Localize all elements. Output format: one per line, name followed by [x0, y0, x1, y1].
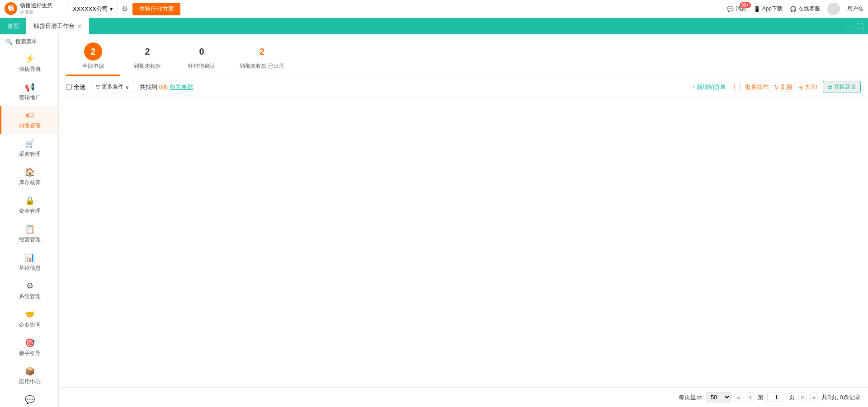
main-layout: 🔍 搜索菜单 ⚡ 快捷导航 📢 营销推广 🏷 销售管理 🛒 采购管理 🏠 库存核… [0, 34, 868, 407]
sidebar-item-capital[interactable]: 🔒 资金管理 [0, 191, 58, 220]
basic-info-label: 基础信息 [19, 264, 41, 272]
tab-minimize-icon[interactable]: — [846, 23, 853, 30]
logo-sub: 标准版 [20, 9, 52, 15]
app-center-label: 应用中心 [19, 378, 41, 386]
operation-icon: 📋 [25, 224, 35, 234]
sidebar-item-weixin[interactable]: 💬 企业微信 [0, 390, 58, 407]
switch-label: 切换新版 [834, 83, 856, 91]
sidebar-item-sales[interactable]: 🏷 销售管理 [0, 106, 58, 134]
tab-home-label: 首页 [7, 22, 19, 30]
app-center-icon: 📦 [25, 366, 35, 376]
message-badge: 99+ [740, 2, 751, 8]
company-selector[interactable]: XXXXXX公司 ▾ [68, 3, 118, 15]
switch-icon: ⇄ [828, 84, 832, 90]
found-count: 0条 [159, 84, 168, 90]
first-page-button[interactable]: « [735, 393, 742, 402]
app-download-button[interactable]: 📱 App下载 [754, 5, 783, 13]
sidebar-item-basic-info[interactable]: 📊 基础信息 [0, 248, 58, 276]
batch-operation-button[interactable]: ⋮⋮ 批量操作 [731, 83, 769, 91]
filter-button[interactable]: ▽ 更多条件 ∨ [91, 81, 134, 93]
tab-home[interactable]: 首页 [0, 18, 26, 34]
switch-version-button[interactable]: ⇄ 切换新版 [823, 81, 861, 93]
print-label: 打印 [806, 83, 817, 91]
sidebar-item-quick-nav[interactable]: ⚡ 快捷导航 [0, 49, 58, 78]
stat-all-number: 2 [84, 42, 102, 61]
print-icon: 🖨 [798, 84, 804, 90]
sidebar-item-guide[interactable]: 🎯 新手引导 [0, 333, 58, 362]
sidebar-item-marketing[interactable]: 📢 营销推广 [0, 78, 58, 106]
inventory-icon: 🏠 [25, 167, 35, 177]
content-area: 2 全部单据 2 到期未收款 0 旺铺待确认 2 到期未收款 已出库 全选 [59, 34, 868, 407]
tab-workbench[interactable]: 钱货日清工作台 ✕ [26, 18, 89, 34]
filter-icon: ▽ [96, 84, 100, 90]
guide-icon: 🎯 [25, 338, 35, 348]
tab-workbench-label: 钱货日清工作台 [33, 22, 75, 30]
avatar[interactable] [827, 3, 840, 15]
chevron-down-icon: ▾ [110, 5, 113, 12]
stat-tab-not-shipped[interactable]: 2 到期未收款 已出库 [229, 39, 295, 76]
filter-label: 更多条件 [102, 83, 123, 91]
found-text: 共找到 0条 相关单据 [140, 83, 193, 91]
batch-label: 批量操作 [745, 83, 769, 91]
trial-button[interactable]: 体验行业方案 [132, 3, 180, 15]
refresh-button[interactable]: ↻ 刷新 [774, 83, 793, 91]
tab-bar-actions: — ⛶ [842, 18, 868, 34]
page-prefix: 第 [758, 393, 764, 402]
sidebar: 🔍 搜索菜单 ⚡ 快捷导航 📢 营销推广 🏷 销售管理 🛒 采购管理 🏠 库存核… [0, 34, 59, 407]
sales-icon: 🏷 [26, 111, 34, 120]
stat-tab-pending[interactable]: 0 旺铺待确认 [175, 39, 229, 76]
quick-nav-icon: ⚡ [25, 54, 35, 64]
purchase-icon: 🛒 [25, 139, 35, 149]
user-name: 用户名 [847, 5, 863, 13]
select-all-input[interactable] [66, 84, 72, 90]
stat-not-shipped-number: 2 [253, 42, 271, 61]
page-size-label: 每页显示 [679, 393, 702, 402]
page-suffix: 页 [789, 393, 795, 402]
marketing-icon: 📢 [25, 82, 35, 92]
operation-label: 经营管理 [19, 236, 41, 243]
sidebar-item-operation[interactable]: 📋 经营管理 [0, 220, 58, 248]
stat-pending-number: 0 [193, 42, 211, 61]
logo-area: 畅 畅捷通好生意 标准版 [5, 2, 63, 15]
page-number-input[interactable] [767, 393, 785, 402]
marketing-label: 营销推广 [19, 94, 41, 102]
pagination-bar: 每页显示 50 100 200 « < 第 页 > » 共0页, 0条记录 [59, 387, 868, 407]
prev-page-button[interactable]: < [746, 393, 754, 402]
tab-close-icon[interactable]: ✕ [77, 23, 82, 29]
stat-tab-all[interactable]: 2 全部单据 [66, 39, 120, 76]
sidebar-item-app-center[interactable]: 📦 应用中心 [0, 362, 58, 390]
sidebar-item-purchase[interactable]: 🛒 采购管理 [0, 134, 58, 163]
guide-label: 新手引导 [19, 350, 41, 357]
search-icon: 🔍 [6, 39, 13, 45]
toolbar-right: + 新增销货单 ⋮⋮ 批量操作 ↻ 刷新 🖨 打印 ⇄ 切换新版 [692, 81, 861, 93]
message-icon: 💬 [727, 6, 734, 12]
select-all-checkbox[interactable]: 全选 [66, 83, 85, 91]
stat-all-label: 全部单据 [82, 62, 104, 70]
stats-tabs: 2 全部单据 2 到期未收款 0 旺铺待确认 2 到期未收款 已出库 [59, 34, 868, 76]
stat-tab-overdue[interactable]: 2 到期未收款 [120, 39, 175, 76]
stat-overdue-label: 到期未收款 [134, 62, 161, 70]
message-button[interactable]: 💬 消息 99+ [727, 5, 746, 13]
tab-bar: 首页 钱货日清工作台 ✕ — ⛶ [0, 18, 868, 34]
stat-pending-label: 旺铺待确认 [188, 62, 215, 70]
enterprise-icon: 🤝 [25, 309, 35, 319]
sidebar-item-sys-mgmt[interactable]: ⚙ 系统管理 [0, 276, 58, 305]
sidebar-search-label: 搜索菜单 [15, 38, 37, 46]
sidebar-search[interactable]: 🔍 搜索菜单 [0, 34, 58, 49]
settings-icon[interactable]: ⚙ [122, 5, 128, 13]
sidebar-item-enterprise[interactable]: 🤝 企业协同 [0, 305, 58, 333]
sales-label: 销售管理 [19, 122, 41, 130]
filter-chevron: ∨ [125, 84, 129, 90]
tab-expand-icon[interactable]: ⛶ [857, 23, 863, 30]
related-link[interactable]: 相关单据 [170, 84, 193, 90]
last-page-button[interactable]: » [810, 393, 818, 402]
print-button[interactable]: 🖨 打印 [798, 83, 817, 91]
next-page-button[interactable]: > [798, 393, 807, 402]
add-sales-order-button[interactable]: + 新增销货单 [692, 83, 726, 91]
online-service-button[interactable]: 🎧 在线客服 [790, 5, 820, 13]
select-all-label: 全选 [74, 83, 85, 91]
page-size-select[interactable]: 50 100 200 [706, 392, 731, 402]
basic-info-icon: 📊 [25, 253, 35, 262]
sidebar-item-inventory[interactable]: 🏠 库存核算 [0, 163, 58, 191]
company-name: XXXXXX公司 [73, 5, 108, 13]
